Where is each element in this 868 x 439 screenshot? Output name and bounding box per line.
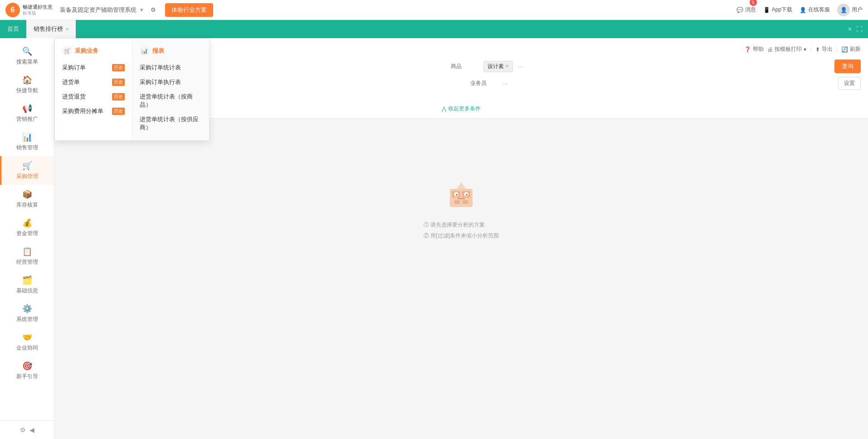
export-item[interactable]: ⬆ 导出 [815, 45, 833, 53]
tab-home-label: 首页 [7, 25, 19, 33]
stock-in-by-goods-label: 进货单统计表（按商品） [140, 93, 202, 109]
enterprise-icon: 🤝 [22, 332, 32, 342]
goods-tag-close[interactable]: × [506, 63, 509, 69]
collapse-btn[interactable]: ⋀ 收起更多条件 [442, 105, 481, 113]
collapse-label: 收起更多条件 [448, 105, 481, 113]
stock-in-by-supplier-label: 进货单统计表（按供应商） [140, 115, 202, 132]
phone-icon: 📱 [763, 7, 770, 13]
user-item[interactable]: 👤 用户 [837, 4, 863, 16]
help-item[interactable]: ❓ 帮助 [744, 45, 764, 53]
dropdown-item-stock-in-by-supplier[interactable]: 进货单统计表（按供应商） [132, 112, 210, 135]
print-dropdown-icon[interactable]: ▾ [804, 46, 806, 53]
dropdown-item-purchase-order-exec[interactable]: 采购订单执行表 [132, 75, 210, 89]
svg-rect-9 [458, 198, 465, 199]
tab-bar-actions: × ⛶ [846, 24, 868, 35]
goods-tag-value: 设计素 [488, 63, 504, 70]
logo-name: 畅捷通好生意 [23, 4, 53, 10]
refresh-item[interactable]: 🔄 刷新 [841, 45, 861, 53]
salesman-dots[interactable]: ··· [503, 80, 508, 87]
title-dropdown-icon[interactable]: ▾ [140, 6, 143, 13]
tab-fullscreen-icon[interactable]: ⛶ [854, 24, 864, 35]
sidebar-item-purchase[interactable]: 🛒 采购管理 [0, 156, 54, 185]
report-col-icon: 📊 [140, 46, 150, 56]
logo-sub: 标准版 [23, 10, 53, 16]
setting-button[interactable]: 设置 [838, 77, 861, 90]
dropdown-item-stock-in[interactable]: 进货单 历史 [55, 75, 132, 89]
user-avatar: 👤 [837, 4, 850, 16]
dropdown-item-purchase-order-stats[interactable]: 采购订单统计表 [132, 60, 210, 75]
dropdown-report-col: 📊 报表 采购订单统计表 采购订单执行表 进货单统计表（按商品） 进货单统计表（… [132, 39, 210, 140]
empty-tip-2: 用[过滤]条件来缩小分析范围 [424, 230, 499, 241]
operations-icon: 📋 [22, 247, 32, 256]
tab-bar: 首页 销售排行榜 × × ⛶ [0, 20, 868, 38]
help-label: 帮助 [753, 45, 764, 53]
marketing-icon: 📢 [22, 104, 32, 113]
sidebar-item-enterprise-label: 企业协同 [16, 344, 38, 352]
sidebar-item-search[interactable]: 🔍 搜索菜单 [0, 42, 54, 70]
online-service-item[interactable]: 👤 在线客服 [800, 6, 830, 14]
dropdown-item-purchase-expense[interactable]: 采购费用分摊单 历史 [55, 104, 132, 118]
dropdown-item-stock-return[interactable]: 进货退货 历史 [55, 89, 132, 104]
industry-btn[interactable]: 体验行业方案 [165, 3, 213, 17]
stock-in-history: 历史 [112, 79, 125, 86]
sidebar-item-enterprise[interactable]: 🤝 企业协同 [0, 328, 54, 356]
basic-icon: 🗂️ [22, 275, 32, 285]
header-gear-icon[interactable]: ⚙ [151, 6, 156, 13]
user-label: 用户 [852, 6, 863, 14]
system-title: 装备及固定资产辅助管理系统 [60, 6, 137, 14]
sidebar-item-quicknav[interactable]: 🏠 快捷导航 [0, 70, 54, 99]
sidebar-item-guide[interactable]: 🎯 新手引导 [0, 356, 54, 385]
sidebar-item-finance[interactable]: 💰 资金管理 [0, 213, 54, 242]
export-icon: ⬆ [815, 46, 820, 53]
purchase-col-icon: 🛒 [62, 46, 72, 56]
sidebar-settings-icon[interactable]: ⚙ [20, 426, 26, 434]
goods-tag: 设计素 × [483, 61, 513, 72]
tab-home[interactable]: 首页 [0, 20, 26, 38]
app-download-item[interactable]: 📱 App下载 [763, 6, 792, 14]
svg-point-8 [466, 194, 468, 196]
sidebar-item-operations[interactable]: 📋 经营管理 [0, 242, 54, 271]
sidebar-item-basic[interactable]: 🗂️ 基础信息 [0, 271, 54, 299]
print-item[interactable]: 🖨 按模板打印 ▾ [767, 45, 806, 53]
sidebar-item-system-label: 系统管理 [16, 316, 38, 323]
salesman-label: 业务员 [470, 79, 497, 87]
tab-close-icon[interactable]: × [66, 26, 68, 32]
message-icon: 💬 [736, 7, 743, 13]
tab-close-all-icon[interactable]: × [846, 24, 853, 35]
header-title: 装备及固定资产辅助管理系统 ▾ ⚙ 体验行业方案 [60, 3, 736, 17]
print-label: 按模板打印 [775, 45, 802, 53]
logo-icon: 6 [5, 3, 20, 17]
purchase-order-label: 采购订单 [62, 64, 86, 72]
inventory-icon: 📦 [22, 189, 32, 199]
sidebar-item-marketing-label: 营销推广 [16, 115, 38, 123]
dropdown-item-purchase-order[interactable]: 采购订单 历史 [55, 60, 132, 75]
purchase-order-stats-label: 采购订单统计表 [140, 64, 181, 72]
sidebar-item-basic-label: 基础信息 [16, 287, 38, 295]
dropdown-item-stock-in-by-goods[interactable]: 进货单统计表（按商品） [132, 89, 210, 112]
sidebar-item-sales[interactable]: 📊 销售管理 [0, 128, 54, 156]
goods-label: 商品 [451, 63, 478, 70]
print-icon: 🖨 [767, 46, 773, 53]
svg-rect-3 [454, 200, 460, 204]
sidebar-item-guide-label: 新手引导 [16, 373, 38, 380]
sidebar-item-system[interactable]: ⚙️ 系统管理 [0, 299, 54, 328]
sidebar-item-inventory[interactable]: 📦 库存核算 [0, 185, 54, 213]
purchase-col-title-label: 采购业务 [75, 47, 98, 55]
sidebar-bottom: ⚙ ◀ [0, 420, 54, 439]
purchase-icon: 🛒 [22, 161, 32, 171]
svg-marker-10 [457, 182, 466, 189]
guide-icon: 🎯 [22, 361, 32, 371]
query-button[interactable]: 查询 [834, 59, 861, 73]
message-item[interactable]: 💬 消息 5 [736, 6, 756, 14]
finance-icon: 💰 [22, 218, 32, 228]
message-label: 消息 [745, 6, 756, 14]
tab-sales-ranking[interactable]: 销售排行榜 × [26, 20, 76, 38]
svg-rect-4 [463, 200, 468, 204]
goods-dots[interactable]: ··· [518, 63, 523, 70]
stock-return-history: 历史 [112, 93, 125, 100]
sidebar-collapse-icon[interactable]: ◀ [29, 426, 34, 434]
dropdown-report-title: 📊 报表 [132, 44, 210, 60]
sidebar-item-marketing[interactable]: 📢 营销推广 [0, 99, 54, 128]
message-badge: 5 [750, 0, 757, 6]
header-right: 💬 消息 5 📱 App下载 👤 在线客服 👤 用户 [736, 4, 863, 16]
